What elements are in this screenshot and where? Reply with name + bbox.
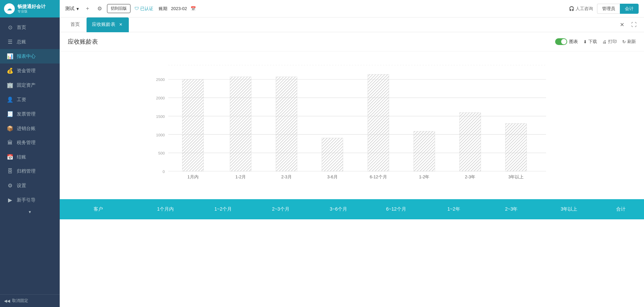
sidebar-item-tax[interactable]: 🏛 税务管理 <box>0 136 60 150</box>
logo-cloud-icon: ☁ <box>7 6 12 11</box>
svg-text:2500: 2500 <box>156 78 165 82</box>
bar-1-2年 <box>414 131 435 171</box>
main-area: 测试 ▾ ＋ ⚙ 切到旧版 🛡 已认证 账期 2023-02 📅 🎧 人工咨询 … <box>60 0 644 307</box>
consulting-text: 人工咨询 <box>576 6 593 12</box>
sidebar-item-invoice[interactable]: 🧾 发票管理 <box>0 107 60 121</box>
logo-icon: ☁ <box>4 3 15 14</box>
page-title: 应收账龄表 <box>68 38 98 46</box>
settings-button[interactable]: ⚙ <box>95 4 104 13</box>
svg-text:6-12个月: 6-12个月 <box>370 175 387 179</box>
shield-icon: 🛡 <box>135 6 139 11</box>
cancel-fixed-btn[interactable]: ◀◀ 取消固定 <box>0 294 60 307</box>
logo-sub: 专业版 <box>17 9 46 14</box>
sidebar-item-capital[interactable]: 💰 资金管理 <box>0 63 60 78</box>
cancel-fixed-label: 取消固定 <box>12 298 28 304</box>
expand-button[interactable]: ⛶ <box>629 20 639 30</box>
sidebar-item-label-settings: 设置 <box>17 183 26 189</box>
svg-text:1-2年: 1-2年 <box>419 175 429 179</box>
svg-text:2-3月: 2-3月 <box>281 175 292 179</box>
tabbar: 首页 应收账龄表 ✕ ✕ ⛶ <box>60 17 644 32</box>
certified-badge: 🛡 已认证 <box>135 6 153 12</box>
sidebar-item-label-trade: 进销台账 <box>17 126 36 132</box>
page-actions: 图表 ⬇ 下载 🖨 打印 ↻ 刷新 <box>555 38 636 45</box>
sidebar-item-assets[interactable]: 🏢 固定资产 <box>0 78 60 92</box>
col-header-6-12m: 6~12个月 <box>367 206 425 212</box>
tab-home[interactable]: 首页 <box>65 17 85 32</box>
sidebar-item-label-ledger: 总账 <box>17 39 26 45</box>
sidebar-item-closing[interactable]: 📅 结账 <box>0 150 60 164</box>
print-icon: 🖨 <box>602 39 607 44</box>
col-header-2-3m: 2~3个月 <box>252 206 310 212</box>
project-selector[interactable]: 测试 ▾ <box>65 6 79 12</box>
sidebar-item-reports[interactable]: 📊 报表中心 <box>0 49 60 63</box>
tab-aging[interactable]: 应收账龄表 ✕ <box>87 17 129 32</box>
sidebar-item-salary[interactable]: 👤 工资 <box>0 92 60 107</box>
sidebar-item-label-closing: 结账 <box>17 154 26 160</box>
refresh-label: 刷新 <box>627 39 636 45</box>
close-pane-button[interactable]: ✕ <box>617 20 627 30</box>
svg-text:1月内: 1月内 <box>187 175 199 179</box>
page-container: 应收账龄表 图表 ⬇ 下载 🖨 打印 <box>60 32 644 307</box>
download-icon: ⬇ <box>583 39 587 44</box>
sidebar-item-label-guide: 新手引导 <box>17 197 36 203</box>
sidebar-item-ledger[interactable]: ☰ 总账 <box>0 35 60 49</box>
sidebar-item-label-tax: 税务管理 <box>17 140 36 146</box>
ledger-icon: ☰ <box>7 39 13 45</box>
refresh-icon: ↻ <box>622 39 626 44</box>
closing-icon: 📅 <box>7 154 13 160</box>
archive-icon: 🗄 <box>7 168 13 174</box>
svg-text:3年以上: 3年以上 <box>508 175 524 179</box>
page-header: 应收账龄表 图表 ⬇ 下载 🖨 打印 <box>60 32 644 51</box>
settings-icon: ⚙ <box>7 182 13 189</box>
chart-toggle[interactable] <box>555 38 567 45</box>
topbar-actions: ＋ ⚙ 切到旧版 <box>83 4 130 13</box>
col-header-1m: 1个月内 <box>137 206 194 212</box>
period-display: 账期 2023-02 📅 <box>159 6 196 12</box>
consulting-btn[interactable]: 🎧 人工咨询 <box>569 6 593 12</box>
topbar: 测试 ▾ ＋ ⚙ 切到旧版 🛡 已认证 账期 2023-02 📅 🎧 人工咨询 … <box>60 0 644 17</box>
refresh-button[interactable]: ↻ 刷新 <box>622 39 636 45</box>
sidebar-item-label-assets: 固定资产 <box>17 82 36 88</box>
sidebar-item-label-home: 首页 <box>17 25 26 31</box>
sidebar-item-guide[interactable]: ▶ 新手引导 <box>0 193 60 207</box>
sidebar-logo: ☁ 畅捷通好会计 专业版 <box>0 0 60 17</box>
content-area: 应收账龄表 图表 ⬇ 下载 🖨 打印 <box>60 32 644 307</box>
certified-text: 已认证 <box>140 6 153 12</box>
sidebar: ☁ 畅捷通好会计 专业版 ⊙ 首页 ☰ 总账 📊 报表中心 💰 资金管理 🏢 固… <box>0 0 60 307</box>
svg-text:3-6月: 3-6月 <box>327 175 337 179</box>
sidebar-item-archive[interactable]: 🗄 归档管理 <box>0 164 60 178</box>
download-label: 下载 <box>588 39 597 45</box>
bar-1-2月 <box>230 77 251 171</box>
download-button[interactable]: ⬇ 下载 <box>583 39 597 45</box>
accountant-button[interactable]: 会计 <box>620 4 639 14</box>
bar-1月内 <box>182 79 204 171</box>
col-header-total: 合计 <box>598 206 644 212</box>
period-label: 账期 <box>159 6 167 11</box>
chart-area: 0 500 1000 1500 2000 2500 <box>68 58 636 192</box>
svg-text:0: 0 <box>163 170 165 174</box>
tab-aging-close[interactable]: ✕ <box>118 22 123 27</box>
bar-6-12月 <box>368 74 389 171</box>
chart-container: 0 500 1000 1500 2000 2500 <box>60 51 644 199</box>
capital-icon: 💰 <box>7 68 13 74</box>
bar-chart: 0 500 1000 1500 2000 2500 <box>68 58 636 192</box>
logo-text: 畅捷通好会计 <box>17 4 46 9</box>
add-button[interactable]: ＋ <box>83 4 92 13</box>
print-button[interactable]: 🖨 打印 <box>602 39 617 45</box>
bar-3年以上 <box>505 124 527 171</box>
sidebar-scroll-down[interactable]: ▼ <box>0 207 60 217</box>
bar-3-6月 <box>322 138 343 171</box>
col-header-3-6m: 3~6个月 <box>310 206 367 212</box>
invoice-icon: 🧾 <box>7 111 13 117</box>
sidebar-item-settings[interactable]: ⚙ 设置 <box>0 178 60 193</box>
sidebar-item-trade[interactable]: 📦 进销台账 <box>0 121 60 136</box>
switch-old-version-button[interactable]: 切到旧版 <box>107 4 130 13</box>
manager-button[interactable]: 管理员 <box>597 4 620 14</box>
col-header-1-2m: 1~2个月 <box>194 206 252 212</box>
bar-2-3月 <box>276 77 297 171</box>
bar-2-3年 <box>460 113 481 171</box>
sidebar-item-label-archive: 归档管理 <box>17 168 36 174</box>
calendar-icon[interactable]: 📅 <box>191 6 196 11</box>
sidebar-item-home[interactable]: ⊙ 首页 <box>0 20 60 35</box>
svg-text:1000: 1000 <box>156 133 165 137</box>
